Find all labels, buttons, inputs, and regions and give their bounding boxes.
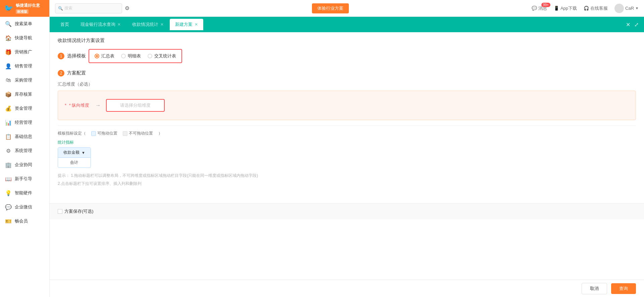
save-checkbox-box[interactable] — [58, 209, 62, 214]
tab-bank-flow-close[interactable]: ✕ — [117, 22, 121, 27]
marketing-icon: 🎁 — [5, 49, 11, 55]
save-label: 方案保存(可选) — [64, 208, 94, 214]
section2-title: 方案配置 — [67, 70, 86, 76]
save-checkbox[interactable]: 方案保存(可选) — [58, 208, 94, 214]
metric-label-text: 模板指标设定（ — [58, 131, 86, 136]
sidebar-item-sales[interactable]: 👤 销售管理 — [0, 59, 49, 73]
inventory-icon: 📦 — [5, 91, 11, 97]
metric-section: 模板指标设定（ 可拖动位置 不可拖动位置 ） 统计指标 — [58, 126, 636, 169]
expand-icon[interactable]: ⤢ — [634, 21, 639, 28]
radio-summary[interactable]: 汇总表 — [95, 53, 114, 59]
sidebar-item-marketing[interactable]: 🎁 营销推广 — [0, 45, 49, 59]
sidebar-label-smart-hw: 智能硬件 — [15, 190, 32, 196]
stat-row-total: 合计 — [58, 158, 91, 167]
tip-2: 2.点击标题栏下拉可设置排序、插入列和删除列 — [58, 180, 636, 188]
sidebar-item-search-menu[interactable]: 🔍 搜索菜单 — [0, 17, 49, 31]
page-title: 收款情况统计方案设置 — [58, 38, 636, 44]
industry-btn[interactable]: 体验行业方案 — [312, 3, 349, 13]
sidebar-item-system[interactable]: ⚙ 系统管理 — [0, 144, 49, 158]
non-draggable-hint-label: 不可拖动位置 — [129, 131, 153, 136]
cancel-button[interactable]: 取消 — [582, 283, 607, 294]
tab-receipt-stats-close[interactable]: ✕ — [160, 22, 164, 27]
section1-num: 1 — [58, 53, 64, 59]
avatar — [614, 4, 624, 13]
sidebar-label-system: 系统管理 — [15, 148, 32, 154]
sidebar-item-purchase[interactable]: 🛍 采购管理 — [0, 73, 49, 87]
stat-table: 收款金额 ▼ 合计 — [58, 147, 91, 168]
tab-bar: 首页 现金银行流水查询 ✕ 收款情况统计 ✕ 新建方案 ✕ ✕ ⤢ — [50, 17, 644, 32]
sidebar-label-funds: 资金管理 — [15, 105, 32, 111]
basic-info-icon: 📋 — [5, 134, 11, 140]
sidebar-label-quick-nav: 快捷导航 — [15, 35, 32, 41]
tab-new-plan[interactable]: 新建方案 ✕ — [170, 19, 203, 30]
sidebar-item-operations[interactable]: 📊 经营管理 — [0, 115, 49, 130]
arrow-right-icon: → — [95, 102, 101, 108]
header: 🔍 搜索 ⚙ 体验行业方案 💬 消息 99+ 📱 App下载 🎧 在线客服 C — [50, 0, 644, 17]
vertical-label: * * 纵向维度 — [65, 102, 90, 108]
user-display: CaR — [625, 6, 634, 11]
draggable-hint-box — [91, 131, 96, 136]
sidebar-label-member: 畅会员 — [15, 218, 28, 224]
sidebar-label-purchase: 采购管理 — [15, 77, 32, 83]
radio-detail[interactable]: 明细表 — [121, 53, 141, 59]
dimension-label: 汇总维度（必选） — [58, 81, 636, 87]
draggable-hint-label: 可拖动位置 — [97, 131, 117, 136]
sidebar-label-wechat: 企业微信 — [15, 204, 32, 210]
sidebar-item-wechat[interactable]: 💬 企业微信 — [0, 200, 49, 214]
section-template: 1 选择模板 汇总表 明细表 — [58, 49, 636, 63]
sidebar-label-sales: 销售管理 — [15, 63, 32, 69]
draggable-hint: 可拖动位置 — [91, 131, 117, 136]
chevron-down-icon-stat[interactable]: ▼ — [82, 151, 85, 155]
sales-icon: 👤 — [5, 63, 11, 69]
sidebar-item-enterprise[interactable]: 🏢 企业协同 — [0, 158, 49, 172]
header-left: 🔍 搜索 ⚙ — [55, 3, 129, 13]
message-icon: 💬 — [532, 6, 537, 11]
stat-col-label: 收款金额 — [63, 150, 79, 155]
settings-icon[interactable]: ⚙ — [125, 5, 129, 11]
section2-header: 2 方案配置 — [58, 70, 636, 77]
sidebar-item-funds[interactable]: 💰 资金管理 — [0, 101, 49, 115]
sidebar-label-marketing: 营销推广 — [15, 49, 32, 55]
section2-num: 2 — [58, 70, 64, 77]
metric-close-paren: ） — [158, 131, 162, 136]
header-search-box[interactable]: 🔍 搜索 — [55, 3, 122, 13]
service-item[interactable]: 🎧 在线客服 — [584, 5, 608, 11]
chevron-down-icon: ▼ — [635, 6, 639, 10]
sidebar-item-smart-hw[interactable]: 💡 智能硬件 — [0, 186, 49, 200]
radio-detail-circle — [121, 54, 126, 58]
tab-new-plan-close[interactable]: ✕ — [195, 22, 198, 27]
dimension-select[interactable]: 请选择分组维度 — [106, 99, 165, 112]
tab-receipt-stats-label: 收款情况统计 — [132, 21, 158, 28]
radio-summary-label: 汇总表 — [101, 53, 114, 59]
header-right: 💬 消息 99+ 📱 App下载 🎧 在线客服 CaR ▼ — [532, 4, 639, 13]
tab-receipt-stats[interactable]: 收款情况统计 ✕ — [127, 19, 169, 30]
sidebar-item-inventory[interactable]: 📦 库存核算 — [0, 87, 49, 101]
logo-icon: 🐦 — [4, 4, 13, 13]
dimension-row: * * 纵向维度 → 请选择分组维度 — [65, 99, 629, 112]
page-content: 收款情况统计方案设置 1 选择模板 汇总表 — [50, 32, 644, 280]
message-item[interactable]: 💬 消息 99+ — [532, 5, 547, 11]
sidebar-label-inventory: 库存核算 — [15, 91, 32, 97]
tab-bank-flow[interactable]: 现金银行流水查询 ✕ — [75, 19, 126, 30]
logo-tag: 标准版 — [16, 9, 29, 14]
sidebar-label-basic-info: 基础信息 — [15, 134, 32, 140]
app-download-item[interactable]: 📱 App下载 — [554, 5, 577, 11]
app-icon: 📱 — [554, 6, 559, 11]
close-icon[interactable]: ✕ — [626, 21, 630, 28]
footer-area: 方案保存(可选) — [50, 203, 644, 219]
sidebar-item-guide[interactable]: 📖 新手引导 — [0, 172, 49, 186]
system-icon: ⚙ — [5, 148, 11, 154]
tab-home[interactable]: 首页 — [55, 19, 74, 30]
sidebar-item-quick-nav[interactable]: 🏠 快捷导航 — [0, 31, 49, 45]
sidebar-item-basic-info[interactable]: 📋 基础信息 — [0, 130, 49, 144]
user-avatar-item[interactable]: CaR ▼ — [614, 4, 639, 13]
smart-hw-icon: 💡 — [5, 190, 11, 196]
radio-group: 汇总表 明细表 交叉统计表 — [95, 53, 176, 59]
radio-summary-circle — [95, 54, 99, 58]
stat-section-label: 统计指标 — [58, 140, 636, 145]
sidebar-item-member[interactable]: 🎫 畅会员 — [0, 214, 49, 228]
query-button[interactable]: 查询 — [611, 283, 636, 294]
search-placeholder: 搜索 — [64, 5, 72, 11]
content-area: 收款情况统计方案设置 1 选择模板 汇总表 — [50, 32, 644, 203]
radio-cross[interactable]: 交叉统计表 — [148, 53, 176, 59]
